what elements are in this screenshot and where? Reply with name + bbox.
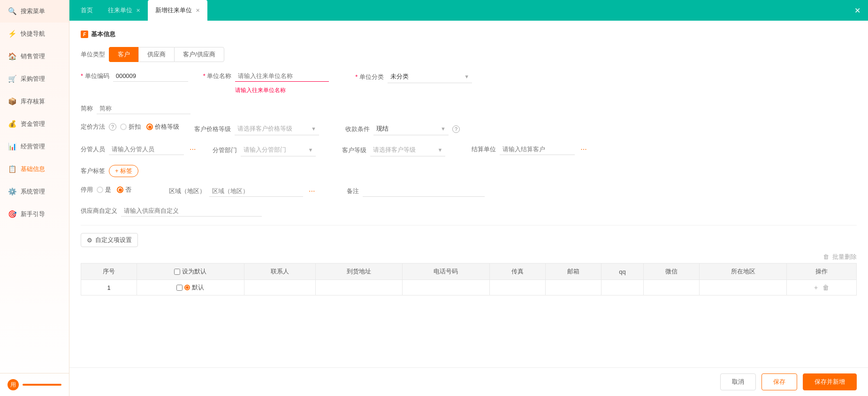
unit-code-input[interactable] xyxy=(113,70,188,82)
tab-home[interactable]: 首页 xyxy=(73,0,100,21)
sidebar-item-purchase[interactable]: 🛒 采购管理 xyxy=(0,68,69,90)
radio-discount-circle xyxy=(120,124,127,130)
payment-terms-label: 收款条件 xyxy=(345,125,370,133)
cancel-button[interactable]: 取消 xyxy=(720,373,756,390)
batch-delete-area: 🗑 批量删除 xyxy=(81,253,857,261)
short-name-input[interactable] xyxy=(97,103,190,114)
batch-delete-label[interactable]: 批量删除 xyxy=(832,253,857,260)
remark-label: 备注 xyxy=(347,187,359,195)
disabled-radio-group: 是 否 xyxy=(97,186,131,194)
field-customer-price: 客户价格等级 请选择客户价格等级 ▼ xyxy=(194,123,319,135)
department-label: 分管部门 xyxy=(213,146,237,155)
tab-partners[interactable]: 往来单位 ✕ xyxy=(100,0,148,21)
guide-icon: 🎯 xyxy=(8,210,17,219)
settlement-unit-more-btn[interactable]: ··· xyxy=(579,145,588,154)
manager-more-btn[interactable]: ··· xyxy=(188,145,198,154)
supplier-custom-input[interactable] xyxy=(121,205,262,217)
sidebar-item-search[interactable]: 🔍 搜索菜单 xyxy=(0,0,69,23)
page-footer: 取消 保存 保存并新增 xyxy=(69,367,868,396)
customer-price-label: 客户价格等级 xyxy=(194,125,231,133)
section-title: 基本信息 xyxy=(91,30,115,39)
payment-terms-select[interactable]: 现结 ▼ xyxy=(373,123,449,135)
radio-disabled-no[interactable]: 否 xyxy=(117,186,131,194)
custom-settings-button[interactable]: ⚙ 自定义项设置 xyxy=(81,233,138,247)
pricing-help-icon[interactable]: ? xyxy=(109,123,116,131)
table-select-all[interactable] xyxy=(174,269,180,275)
radio-disabled-no-dot xyxy=(119,188,122,192)
supplier-custom-label: 供应商自定义 xyxy=(81,207,117,215)
type-btn-customer[interactable]: 客户 xyxy=(109,47,138,62)
sidebar-item-operations-label: 经营管理 xyxy=(21,142,45,151)
customer-price-placeholder: 请选择客户价格等级 xyxy=(237,124,292,133)
form-row-unit-type: 单位类型 客户 供应商 客户/供应商 xyxy=(81,47,857,62)
field-manager: 分管人员 ··· xyxy=(81,144,198,155)
row-default-radio[interactable]: 默认 xyxy=(184,283,204,292)
type-btn-both[interactable]: 客户/供应商 xyxy=(174,47,224,62)
unit-name-label: 单位名称 xyxy=(203,72,232,80)
cell-address xyxy=(315,280,402,295)
search-icon: 🔍 xyxy=(8,7,17,16)
customer-level-select[interactable]: 请选择客户等级 ▼ xyxy=(370,144,445,156)
radio-discount-label: 折扣 xyxy=(129,123,141,131)
pricing-radio-group: 折扣 价格等级 xyxy=(120,123,179,131)
department-select[interactable]: 请输入分管部门 ▼ xyxy=(241,144,316,156)
sidebar-item-system-label: 系统管理 xyxy=(21,187,45,196)
sidebar-item-system[interactable]: ⚙️ 系统管理 xyxy=(0,180,69,203)
payment-terms-chevron: ▼ xyxy=(441,126,446,132)
customer-price-select[interactable]: 请选择客户价格等级 ▼ xyxy=(235,123,319,135)
tab-new-partner-label: 新增往来单位 xyxy=(155,6,192,15)
sidebar-item-guide-label: 新手引导 xyxy=(21,210,45,218)
sidebar-item-guide[interactable]: 🎯 新手引导 xyxy=(0,203,69,225)
field-settlement-unit: 结算单位 ··· xyxy=(472,144,588,155)
tab-partners-close[interactable]: ✕ xyxy=(136,8,140,14)
default-radio-circle xyxy=(184,285,190,290)
row-delete-btn[interactable]: 🗑 xyxy=(821,284,830,291)
settlement-unit-label: 结算单位 xyxy=(472,145,496,154)
radio-price-level[interactable]: 价格等级 xyxy=(146,123,179,131)
save-button[interactable]: 保存 xyxy=(761,373,797,390)
main-area: 首页 往来单位 ✕ 新增往来单位 ✕ ✕ F 基本信息 单位类型 客户 供应商 … xyxy=(69,0,868,396)
cell-fax xyxy=(489,280,545,295)
payment-terms-help-icon[interactable]: ? xyxy=(452,125,460,133)
region-input[interactable] xyxy=(209,186,303,197)
cell-email xyxy=(545,280,601,295)
inventory-icon: 📦 xyxy=(8,97,17,106)
manager-input[interactable] xyxy=(109,144,184,155)
sidebar-item-inventory[interactable]: 📦 库存核算 xyxy=(0,90,69,113)
sidebar-item-operations[interactable]: 📊 经营管理 xyxy=(0,135,69,158)
radio-disabled-yes[interactable]: 是 xyxy=(97,186,111,194)
save-new-button[interactable]: 保存并新增 xyxy=(803,373,857,390)
tab-new-partner-close[interactable]: ✕ xyxy=(196,8,200,14)
region-more-btn[interactable]: ··· xyxy=(307,187,317,195)
pricing-method-label: 定价方法 xyxy=(81,123,105,131)
unit-category-select[interactable]: 未分类 ▼ xyxy=(388,70,472,83)
tab-bar-close-button[interactable]: ✕ xyxy=(851,6,864,15)
remark-input[interactable] xyxy=(363,186,485,197)
sidebar-item-sales[interactable]: 🏠 销售管理 xyxy=(0,45,69,68)
department-chevron: ▼ xyxy=(308,147,313,153)
unit-category-chevron: ▼ xyxy=(464,74,469,79)
col-email: 邮箱 xyxy=(545,264,601,280)
form-row-tag: 客户标签 + 标签 xyxy=(81,165,857,177)
add-tag-button[interactable]: + 标签 xyxy=(109,165,138,177)
form-row-shortname: 简称 xyxy=(81,103,857,114)
col-area: 所在地区 xyxy=(700,264,786,280)
form-row-supplier-custom: 供应商自定义 xyxy=(81,205,857,217)
field-unit-type: 单位类型 客户 供应商 客户/供应商 xyxy=(81,47,224,62)
purchase-icon: 🛒 xyxy=(8,74,17,84)
sidebar-item-finance[interactable]: 💰 资金管理 xyxy=(0,113,69,135)
sidebar-item-search-label: 搜索菜单 xyxy=(21,7,45,16)
cell-index: 1 xyxy=(81,280,137,295)
tab-home-label: 首页 xyxy=(81,6,93,15)
type-btn-supplier[interactable]: 供应商 xyxy=(138,47,174,62)
row-add-btn[interactable]: + xyxy=(813,284,819,291)
form-row-pricing: 定价方法 ? 折扣 价格等级 客户价格等级 xyxy=(81,123,857,135)
unit-name-input[interactable] xyxy=(235,70,329,82)
row-checkbox[interactable] xyxy=(176,285,183,291)
settlement-unit-input[interactable] xyxy=(500,144,575,155)
radio-discount[interactable]: 折扣 xyxy=(120,123,141,131)
sidebar-item-basic[interactable]: 📋 基础信息 xyxy=(0,158,69,180)
section-header: F 基本信息 xyxy=(81,30,857,39)
sidebar-item-quicknav[interactable]: ⚡ 快捷导航 xyxy=(0,23,69,45)
tab-new-partner[interactable]: 新增往来单位 ✕ xyxy=(148,0,207,21)
